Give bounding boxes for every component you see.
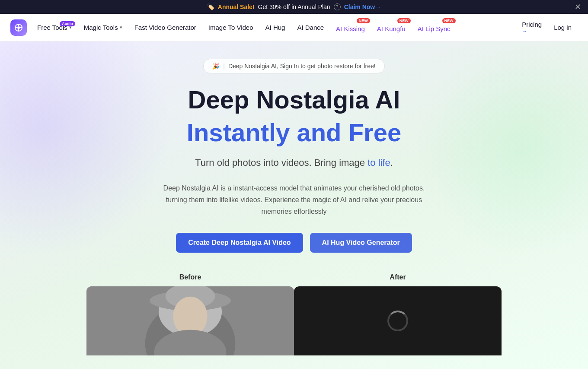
promo-pill-icon: 🎉 (212, 63, 220, 70)
pricing-link[interactable]: Pricing → (518, 18, 546, 37)
hero-tagline: Turn old photos into videos. Bring image… (195, 157, 393, 168)
ai-lip-sync-badge: NEW (442, 18, 456, 23)
hero-desc: Deep Nostalgia AI is a instant-access mo… (156, 182, 432, 218)
fast-video-link[interactable]: Fast Video Generator (129, 20, 201, 35)
ai-kungfu-link[interactable]: AI Kungfu NEW (372, 19, 411, 36)
free-tools-menu[interactable]: Free Tools ▾ Audio (32, 20, 77, 35)
ai-kungfu-label: AI Kungfu (377, 25, 406, 32)
after-panel: After (294, 273, 502, 355)
promo-pill-divider: | (223, 63, 225, 70)
pricing-label: Pricing (522, 21, 542, 28)
ai-hug-link[interactable]: AI Hug (260, 20, 291, 35)
hero-title: Deep Nostalgia AI (188, 86, 400, 114)
after-label: After (390, 273, 406, 281)
banner-close-button[interactable]: ✕ (575, 2, 581, 12)
logo-icon (10, 19, 27, 36)
promo-pill-text: Deep Nostalgia AI, Sign In to get photo … (228, 63, 376, 70)
before-label: Before (179, 273, 201, 281)
fast-video-label: Fast Video Generator (134, 24, 196, 31)
logo[interactable] (10, 19, 27, 36)
before-image (86, 286, 294, 355)
loading-spinner (387, 311, 408, 331)
help-icon: ? (334, 3, 341, 10)
sale-text: Annual Sale! (218, 3, 255, 10)
image-to-video-link[interactable]: Image To Video (203, 20, 259, 35)
claim-now-link[interactable]: Claim Now→ (344, 3, 381, 10)
magic-tools-chevron: ▾ (120, 25, 122, 30)
main-content: 🎉 | Deep Nostalgia AI, Sign In to get ph… (0, 41, 588, 369)
ai-hug-button[interactable]: AI Hug Video Generator (310, 233, 412, 253)
ai-dance-link[interactable]: AI Dance (292, 20, 329, 35)
cta-buttons: Create Deep Nostalgia AI Video AI Hug Vi… (176, 233, 412, 253)
ai-kissing-label: AI Kissing (336, 25, 365, 32)
ai-kissing-link[interactable]: AI Kissing NEW (331, 19, 370, 36)
free-tools-badge: Audio (60, 21, 75, 26)
promo-pill[interactable]: 🎉 | Deep Nostalgia AI, Sign In to get ph… (203, 59, 385, 73)
image-to-video-label: Image To Video (208, 24, 253, 31)
before-after-section: Before After (86, 273, 502, 355)
after-image (294, 286, 502, 355)
ai-dance-label: AI Dance (297, 24, 324, 31)
tag-icon: 🏷️ (207, 3, 214, 10)
before-panel: Before (86, 273, 294, 355)
magic-tools-label: Magic Tools (84, 24, 118, 31)
pricing-arrow: → (522, 28, 527, 34)
ai-kissing-badge: NEW (357, 18, 370, 23)
ai-kungfu-badge: NEW (397, 18, 411, 23)
top-banner: 🏷️ Annual Sale! Get 30% off in Annual Pl… (0, 0, 588, 14)
ai-lip-sync-link[interactable]: AI Lip Sync NEW (412, 19, 456, 36)
hero-tagline-part1: Turn old photos into videos. Bring image (195, 157, 365, 168)
svg-point-1 (17, 26, 20, 29)
magic-tools-menu[interactable]: Magic Tools ▾ (79, 20, 128, 35)
hero-subtitle-blue: Instantly and Free (187, 118, 401, 147)
navbar: Free Tools ▾ Audio Magic Tools ▾ Fast Vi… (0, 14, 588, 41)
ai-lip-sync-label: AI Lip Sync (418, 25, 451, 32)
promo-text: Get 30% off in Annual Plan (258, 3, 330, 10)
login-label: Log in (554, 24, 572, 31)
hero-tagline-highlight: to life (368, 157, 390, 168)
create-video-button[interactable]: Create Deep Nostalgia AI Video (176, 233, 303, 253)
ai-hug-label: AI Hug (265, 24, 285, 31)
login-button[interactable]: Log in (548, 21, 578, 34)
